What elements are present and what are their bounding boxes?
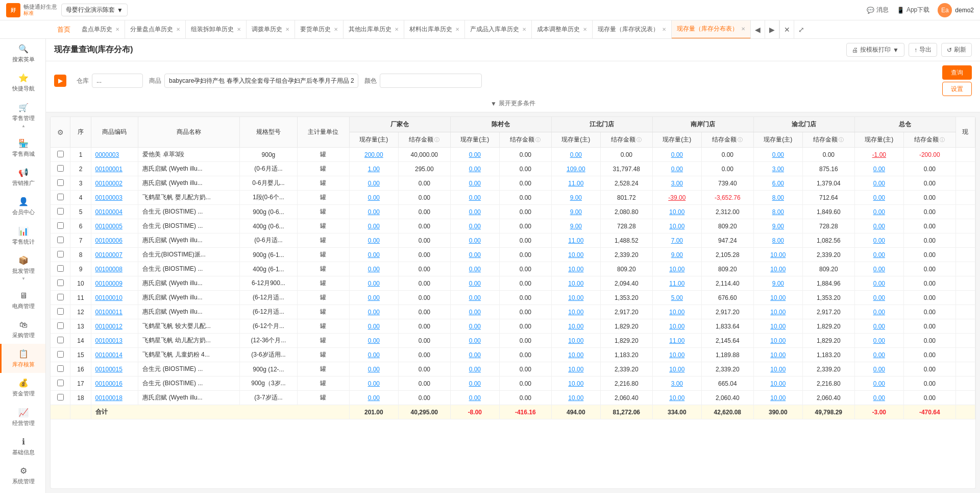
- tab-prev-btn[interactable]: ◀: [751, 20, 765, 39]
- search-btn[interactable]: 查询: [942, 65, 972, 80]
- info-icon[interactable]: ⓘ: [434, 137, 439, 143]
- row-nanan-stock[interactable]: 7.00: [652, 233, 701, 248]
- sidebar-item-finance[interactable]: 💰 资金管理: [0, 373, 45, 402]
- row-nanan-stock[interactable]: 10.00: [652, 391, 701, 405]
- row-checkbox[interactable]: [51, 233, 70, 248]
- row-chenfu-stock[interactable]: 0.00: [450, 362, 499, 377]
- row-total-stock[interactable]: 0.00: [854, 219, 903, 233]
- row-jiangbei-stock[interactable]: 10.00: [551, 248, 600, 262]
- tab-split-count[interactable]: 分量盘点单历史 ✕: [125, 20, 186, 39]
- row-checkbox[interactable]: [51, 262, 70, 276]
- sidebar-item-ecommerce[interactable]: 🖥 电商管理: [0, 286, 45, 315]
- row-chenfu-stock[interactable]: 0.00: [450, 276, 499, 291]
- row-checkbox[interactable]: [51, 148, 70, 162]
- tab-close-icon[interactable]: ✕: [522, 27, 526, 32]
- row-nanan-stock[interactable]: 5.00: [652, 291, 701, 305]
- row-factory-stock[interactable]: 0.00: [349, 262, 398, 276]
- row-yuzhong-stock[interactable]: 0.00: [753, 148, 802, 162]
- setting-btn[interactable]: 设置: [942, 82, 972, 96]
- row-code[interactable]: 00100010: [91, 291, 138, 305]
- row-code[interactable]: 00100016: [91, 377, 138, 391]
- row-chenfu-stock[interactable]: 0.00: [450, 348, 499, 362]
- row-jiangbei-stock[interactable]: 11.00: [551, 233, 600, 248]
- color-input[interactable]: [380, 74, 482, 88]
- row-total-stock[interactable]: 0.00: [854, 305, 903, 319]
- row-nanan-stock[interactable]: 3.00: [652, 176, 701, 191]
- row-jiangbei-stock[interactable]: 10.00: [551, 291, 600, 305]
- row-factory-stock[interactable]: 0.00: [349, 362, 398, 377]
- row-total-stock[interactable]: 0.00: [854, 377, 903, 391]
- tab-product-in[interactable]: 产成品入库单历史 ✕: [465, 20, 532, 39]
- row-yuzhong-stock[interactable]: 10.00: [753, 319, 802, 334]
- tab-close-icon[interactable]: ✕: [237, 27, 241, 32]
- row-total-stock[interactable]: 0.00: [854, 233, 903, 248]
- row-code[interactable]: 00100006: [91, 233, 138, 248]
- sidebar-item-search[interactable]: 🔍 搜索英单: [0, 39, 45, 68]
- tab-close-icon[interactable]: ✕: [455, 27, 459, 32]
- row-checkbox[interactable]: [51, 334, 70, 348]
- tab-close-icon[interactable]: ✕: [741, 26, 745, 32]
- row-checkbox[interactable]: [51, 305, 70, 319]
- row-yuzhong-stock[interactable]: 6.00: [753, 176, 802, 191]
- sidebar-item-enterprise[interactable]: 🤝 企业协同: [0, 490, 45, 493]
- row-nanan-stock[interactable]: 3.00: [652, 377, 701, 391]
- filter-toggle-btn[interactable]: ▶: [54, 75, 66, 87]
- row-yuzhong-stock[interactable]: 10.00: [753, 391, 802, 405]
- sidebar-item-basic-info[interactable]: ℹ 基础信息: [0, 432, 45, 461]
- sidebar-item-retail-stats[interactable]: 📊 零售统计: [0, 221, 45, 250]
- row-yuzhong-stock[interactable]: 9.00: [753, 276, 802, 291]
- row-code[interactable]: 00100005: [91, 219, 138, 233]
- row-total-stock[interactable]: -1.00: [854, 148, 903, 162]
- row-code[interactable]: 00100002: [91, 176, 138, 191]
- row-code[interactable]: 00100018: [91, 391, 138, 405]
- row-jiangbei-stock[interactable]: 10.00: [551, 276, 600, 291]
- row-total-stock[interactable]: 0.00: [854, 291, 903, 305]
- row-code[interactable]: 00100011: [91, 305, 138, 319]
- sidebar-item-purchase[interactable]: 🛍 采购管理: [0, 315, 45, 344]
- row-factory-stock[interactable]: 0.00: [349, 176, 398, 191]
- tab-cost-adjust[interactable]: 成本调整单历史 ✕: [532, 20, 593, 39]
- row-factory-stock[interactable]: 0.00: [349, 319, 398, 334]
- row-nanan-stock[interactable]: -39.00: [652, 191, 701, 205]
- sidebar-item-stock[interactable]: 📋 库存核算: [0, 344, 45, 373]
- sidebar-item-retail-shop[interactable]: 🏪 零售商城: [0, 133, 45, 162]
- row-total-stock[interactable]: 0.00: [854, 191, 903, 205]
- tab-close-icon[interactable]: ✕: [115, 27, 119, 32]
- info-icon[interactable]: ⓘ: [839, 137, 844, 143]
- row-factory-stock[interactable]: 0.00: [349, 191, 398, 205]
- row-jiangbei-stock[interactable]: 109.00: [551, 162, 600, 176]
- row-factory-stock[interactable]: 0.00: [349, 334, 398, 348]
- tab-close-icon[interactable]: ✕: [583, 27, 587, 32]
- row-checkbox[interactable]: [51, 291, 70, 305]
- row-nanan-stock[interactable]: 10.00: [652, 205, 701, 219]
- tab-close-icon[interactable]: ✕: [285, 27, 289, 32]
- row-code[interactable]: 00100015: [91, 362, 138, 377]
- row-checkbox[interactable]: [51, 205, 70, 219]
- th-gear[interactable]: ⚙: [51, 117, 70, 148]
- row-chenfu-stock[interactable]: 0.00: [450, 148, 499, 162]
- row-total-stock[interactable]: 0.00: [854, 348, 903, 362]
- row-jiangbei-stock[interactable]: 10.00: [551, 362, 600, 377]
- tab-purchase[interactable]: 要货单历史 ✕: [295, 20, 344, 39]
- tab-close-all-btn[interactable]: ✕: [779, 20, 794, 39]
- row-nanan-stock[interactable]: 10.00: [652, 362, 701, 377]
- row-checkbox[interactable]: [51, 319, 70, 334]
- row-yuzhong-stock[interactable]: 8.00: [753, 233, 802, 248]
- row-jiangbei-stock[interactable]: 0.00: [551, 148, 600, 162]
- row-nanan-stock[interactable]: 11.00: [652, 334, 701, 348]
- row-factory-stock[interactable]: 0.00: [349, 391, 398, 405]
- row-code[interactable]: 00100009: [91, 276, 138, 291]
- row-nanan-stock[interactable]: 0.00: [652, 162, 701, 176]
- tab-other-out[interactable]: 其他出库单历史 ✕: [344, 20, 404, 39]
- row-total-stock[interactable]: 0.00: [854, 362, 903, 377]
- tab-close-icon[interactable]: ✕: [395, 27, 399, 32]
- row-yuzhong-stock[interactable]: 8.00: [753, 205, 802, 219]
- tab-assemble[interactable]: 组装拆卸单历史 ✕: [186, 20, 247, 39]
- row-chenfu-stock[interactable]: 0.00: [450, 391, 499, 405]
- info-icon[interactable]: ⓘ: [636, 137, 642, 143]
- tab-transfer[interactable]: 调拨单历史 ✕: [247, 20, 295, 39]
- row-checkbox[interactable]: [51, 391, 70, 405]
- tab-material-out[interactable]: 材料出库单历史 ✕: [404, 20, 465, 39]
- row-nanan-stock[interactable]: 10.00: [652, 262, 701, 276]
- user-area[interactable]: Ea demo2: [938, 3, 974, 17]
